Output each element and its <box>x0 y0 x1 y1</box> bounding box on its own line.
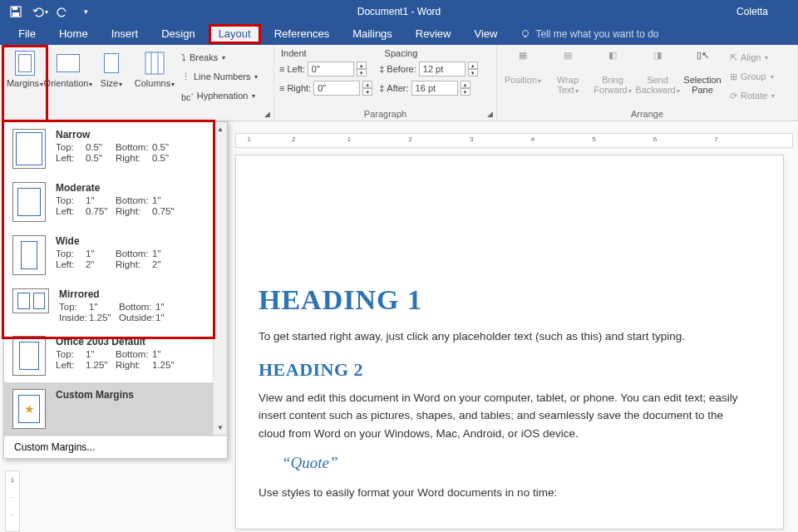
bring-forward-icon: ◧ <box>601 50 624 73</box>
breaks-button[interactable]: ⤵Breaks▾ <box>181 48 258 66</box>
chevron-down-icon: ▾ <box>45 8 48 16</box>
tab-insert[interactable]: Insert <box>101 24 149 44</box>
document-page[interactable]: HEADING 1 To get started right away, jus… <box>235 155 784 530</box>
line-numbers-icon: ⋮ <box>181 71 190 82</box>
group-label: Paragraph <box>279 107 491 119</box>
margin-preset-office2003[interactable]: Office 2003 Default Top:1"Bottom:1" Left… <box>4 329 227 382</box>
group-button[interactable]: ⊞Group▾ <box>730 67 775 86</box>
indent-right-field[interactable]: ≡Right:0"▲▼ <box>279 79 372 97</box>
group-label: Arrange <box>502 107 792 119</box>
margin-thumb-icon <box>12 336 46 376</box>
quote-text[interactable]: “Quote” <box>282 454 750 472</box>
tab-review[interactable]: Review <box>406 24 461 44</box>
margin-thumb-icon <box>12 182 46 222</box>
horizontal-ruler[interactable]: 1 2 1 2 3 4 5 6 7 <box>235 133 793 148</box>
margins-button[interactable]: Margins▾ <box>5 48 45 119</box>
send-backward-icon: ◨ <box>646 50 669 73</box>
tab-references[interactable]: References <box>264 24 339 44</box>
indent-left-icon: ≡ <box>279 64 284 74</box>
margin-preset-narrow[interactable]: Narrow Top:0.5"Bottom:0.5" Left:0.5"Righ… <box>4 122 227 175</box>
page-setup-launcher[interactable]: ◢ <box>262 109 272 119</box>
lightbulb-icon <box>520 29 530 39</box>
align-button[interactable]: ⇱Align▾ <box>730 48 775 66</box>
margins-menu: ▲ ▼ Narrow Top:0.5"Bottom:0.5" Left:0.5"… <box>3 121 228 459</box>
paragraph-launcher[interactable]: ◢ <box>485 109 495 119</box>
svg-rect-1 <box>12 7 17 10</box>
align-icon: ⇱ <box>730 52 737 63</box>
spacing-before-icon: ‡ <box>379 64 384 74</box>
vertical-ruler[interactable]: 1·· <box>5 470 20 532</box>
line-numbers-button[interactable]: ⋮Line Numbers▾ <box>181 67 258 86</box>
tab-layout[interactable]: Layout <box>209 24 261 44</box>
group-page-setup: Margins▾ Orientation▾ Size▾ Columns▾ ⤵Br… <box>0 45 274 121</box>
tab-design[interactable]: Design <box>151 24 204 44</box>
scroll-up-icon[interactable]: ▲ <box>214 122 227 136</box>
menu-scrollbar[interactable]: ▲ ▼ <box>213 122 227 435</box>
margin-thumb-icon <box>12 288 49 313</box>
spin-down[interactable]: ▼ <box>357 69 367 76</box>
send-backward-button[interactable]: ◨Send Backward▾ <box>637 48 678 107</box>
selection-pane-icon: ▯↖ <box>691 50 714 73</box>
margin-preset-custom[interactable]: ★ Custom Margins <box>4 382 227 436</box>
group-paragraph: Indent Spacing ≡Left:0"▲▼ ≡Right:0"▲▼ ‡B… <box>274 45 497 121</box>
spacing-after-icon: ‡ <box>379 83 384 93</box>
orientation-button[interactable]: Orientation▾ <box>48 48 88 119</box>
svg-point-3 <box>523 31 529 37</box>
indent-left-field[interactable]: ≡Left:0"▲▼ <box>279 60 372 78</box>
selection-pane-button[interactable]: ▯↖Selection Pane <box>682 48 723 107</box>
paragraph[interactable]: Use styles to easily format your Word do… <box>259 484 750 502</box>
tab-mailings[interactable]: Mailings <box>342 24 402 44</box>
ribbon-tabs: File Home Insert Design Layout Reference… <box>0 23 798 45</box>
qat-customize[interactable]: ▾ <box>76 2 95 21</box>
position-button[interactable]: ▦Position▾ <box>502 48 544 107</box>
spin-up[interactable]: ▲ <box>357 62 367 69</box>
indent-header: Indent <box>281 48 307 58</box>
spacing-header: Spacing <box>385 48 418 58</box>
position-icon: ▦ <box>511 50 534 73</box>
document-title: Document1 - Word <box>357 6 441 17</box>
wrap-icon: ▤ <box>556 50 579 73</box>
title-bar: ▾ ▾ Document1 - Word Coletta <box>0 0 798 23</box>
margin-preset-wide[interactable]: Wide Top:1"Bottom:1" Left:2"Right:2" <box>4 229 227 282</box>
custom-margins-command[interactable]: Custom Margins... <box>4 436 227 458</box>
margin-thumb-icon <box>12 235 46 275</box>
rotate-icon: ⟳ <box>730 91 737 101</box>
save-button[interactable] <box>7 2 25 21</box>
group-arrange: ▦Position▾ ▤Wrap Text▾ ◧Bring Forward▾ ◨… <box>497 45 798 121</box>
tell-me-placeholder: Tell me what you want to do <box>535 28 658 40</box>
group-icon: ⊞ <box>730 71 737 82</box>
svg-rect-5 <box>145 52 164 74</box>
quick-access-toolbar: ▾ ▾ <box>0 0 101 23</box>
indent-right-icon: ≡ <box>279 83 284 93</box>
ribbon: Margins▾ Orientation▾ Size▾ Columns▾ ⤵Br… <box>0 45 798 121</box>
columns-button[interactable]: Columns▾ <box>135 48 175 119</box>
user-name[interactable]: Coletta <box>736 6 768 17</box>
margin-preset-mirrored[interactable]: Mirrored Top:1"Bottom:1" Inside:1.25"Out… <box>4 282 227 329</box>
spacing-after-field[interactable]: ‡After:16 pt▲▼ <box>379 79 478 97</box>
spacing-before-field[interactable]: ‡Before:12 pt▲▼ <box>379 60 478 78</box>
bring-forward-button[interactable]: ◧Bring Forward▾ <box>592 48 633 107</box>
rotate-button[interactable]: ⟳Rotate▾ <box>730 86 775 105</box>
heading-1[interactable]: HEADING 1 <box>259 284 750 316</box>
redo-button[interactable] <box>53 2 71 21</box>
heading-2[interactable]: HEADING 2 <box>259 359 750 381</box>
star-icon: ★ <box>24 402 35 416</box>
scroll-down-icon[interactable]: ▼ <box>214 421 227 435</box>
hyphenation-button[interactable]: bc-Hyphenation▾ <box>181 86 258 105</box>
hyphenation-icon: bc- <box>181 90 194 102</box>
tab-view[interactable]: View <box>464 24 507 44</box>
size-button[interactable]: Size▾ <box>91 48 131 119</box>
tab-home[interactable]: Home <box>49 24 98 44</box>
paragraph[interactable]: View and edit this document in Word on y… <box>259 389 750 443</box>
breaks-icon: ⤵ <box>181 52 186 62</box>
tab-file[interactable]: File <box>8 24 46 44</box>
margin-thumb-icon: ★ <box>12 389 46 429</box>
paragraph[interactable]: To get started right away, just click an… <box>259 328 750 346</box>
svg-rect-2 <box>12 12 19 17</box>
wrap-text-button[interactable]: ▤Wrap Text▾ <box>547 48 589 107</box>
tell-me-search[interactable]: Tell me what you want to do <box>520 28 658 40</box>
margin-preset-moderate[interactable]: Moderate Top:1"Bottom:1" Left:0.75"Right… <box>4 175 227 229</box>
undo-button[interactable]: ▾ <box>30 2 48 21</box>
margin-thumb-icon <box>12 129 46 169</box>
